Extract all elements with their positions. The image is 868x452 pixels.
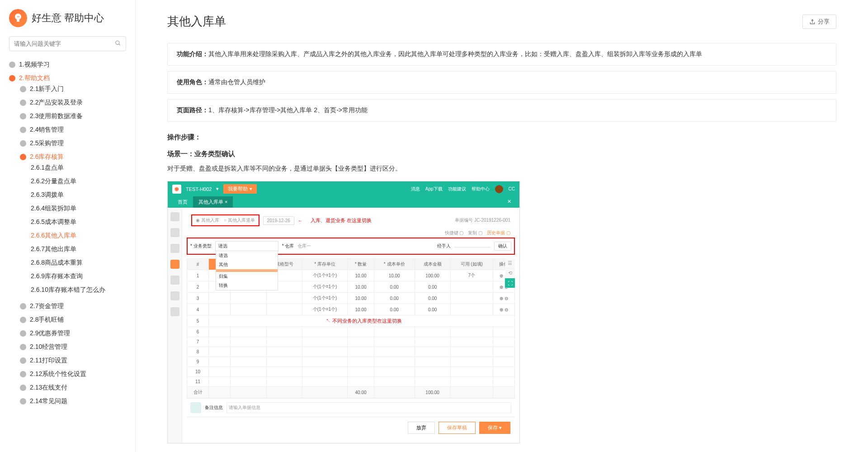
sidebar: 好生意 帮助中心 1.视频学习 2.帮助文档 2.1新手入门 2.2产品安装及登… [0, 0, 136, 452]
nav-item-video[interactable]: 1.视频学习 [9, 61, 126, 69]
ss-label: * 仓库 [282, 243, 294, 249]
nav-label: 2.7资金管理 [30, 302, 64, 310]
nav-item-2-6-3[interactable]: 2.6.3调拨单 [31, 188, 126, 202]
share-icon [809, 19, 816, 25]
nav-item-2-4[interactable]: 2.4销售管理 [20, 126, 126, 134]
plus-icon [20, 330, 26, 337]
plus-icon [20, 86, 26, 92]
plus-icon [20, 127, 26, 133]
plus-icon [20, 317, 26, 323]
ss-test-label: TEST-H002 [186, 186, 212, 192]
nav-item-2-12[interactable]: 2.12系统个性化设置 [20, 370, 126, 378]
plus-icon [20, 344, 26, 350]
ss-th: 数量 [358, 262, 367, 266]
nav-item-2-6-5[interactable]: 2.6.5成本调整单 [31, 215, 126, 229]
ss-date-field: 2019-12-26 [263, 216, 294, 225]
nav-item-2-2[interactable]: 2.2产品安装及登录 [20, 99, 126, 107]
page-header: 其他入库单 分享 [167, 14, 836, 29]
ss-tool-icon: ⟲ [505, 268, 515, 278]
page-title: 其他入库单 [167, 14, 226, 29]
nav-item-2-13[interactable]: 2.13在线支付 [20, 384, 126, 392]
nav-item-2-10[interactable]: 2.10经营管理 [20, 343, 126, 351]
ss-close-icon: ✕ [504, 196, 515, 208]
ss-save-button: 保存 ▾ [479, 422, 510, 434]
minus-icon [9, 75, 15, 81]
minus-icon [20, 154, 26, 160]
nav-label: 2.5采购管理 [30, 139, 64, 147]
content-section: 操作步骤： 场景一：业务类型确认 对于受赠、盘盈或是拆装入库等不同的业务，是通过… [167, 133, 836, 452]
role-label: 使用角色： [177, 78, 208, 86]
nav-label: 2.13在线支付 [30, 384, 67, 392]
nav-item-2-9[interactable]: 2.9优惠券管理 [20, 329, 126, 338]
ss-buttons: 放弃 保存草稿 保存 ▾ [187, 417, 515, 438]
ss-table-row: 7 [187, 337, 515, 347]
nav-item-help-docs[interactable]: 2.帮助文档 [9, 74, 126, 82]
ss-table-row: 9 [187, 357, 515, 367]
ss-logo-icon: ◉ [172, 185, 181, 194]
ss-tabs: 首页 其他入库单 × ✕ [168, 196, 519, 208]
nav-label: 2.3使用前数据准备 [30, 112, 83, 120]
nav-item-2-11[interactable]: 2.11打印设置 [20, 357, 126, 365]
ss-help-button: 我要帮助 ▾ [223, 184, 256, 194]
ss-side-icon [170, 244, 179, 253]
nav-item-2-8[interactable]: 2.8手机旺铺 [20, 316, 126, 324]
ss-table-row: 8 [187, 347, 515, 357]
share-button[interactable]: 分享 [802, 14, 836, 29]
ss-side-icon [170, 260, 179, 269]
search-icon[interactable] [115, 40, 121, 48]
logo-section: 好生意 帮助中心 [0, 9, 135, 36]
ss-dropdown-item: 归集 [216, 272, 278, 281]
ss-side-icon [170, 276, 179, 285]
nav-label: 2.8手机旺铺 [30, 316, 64, 324]
ss-radio-label: 其他入库 [201, 218, 219, 223]
ss-side-icon [170, 307, 179, 316]
ss-th: 成本金额 [415, 259, 450, 270]
nav-label: 2.12系统个性化设置 [30, 370, 86, 378]
nav-label: 2.帮助文档 [19, 74, 50, 82]
ss-confirm-button: 确认 [494, 242, 511, 251]
ss-th: 成本单价 [387, 262, 405, 266]
nav-label: 2.14常见问题 [30, 397, 67, 405]
nav-item-2-6-8[interactable]: 2.6.8商品成本重算 [31, 256, 126, 270]
ss-link: 消息 [411, 186, 420, 192]
ss-side-tools: ☰ ⟲ ⛶ [505, 258, 515, 288]
ss-side-icon [170, 212, 179, 221]
nav-item-2-7[interactable]: 2.7资金管理 [20, 302, 126, 310]
ss-draft-button: 保存草稿 [439, 422, 476, 434]
intro-label: 功能介绍： [177, 50, 208, 57]
site-title: 好生意 帮助中心 [32, 11, 104, 25]
nav-item-2-1[interactable]: 2.1新手入门 [20, 85, 126, 93]
nav-item-2-5[interactable]: 2.5采购管理 [20, 139, 126, 147]
nav-item-2-6-4[interactable]: 2.6.4组装拆卸单 [31, 202, 126, 215]
ss-dropdown-list: 请选 其他 归集 转换 [216, 251, 278, 290]
ss-table-row: 3个(1个=1个)10.000.000.00⊕ ⊖ [187, 293, 515, 304]
nav-item-2-6[interactable]: 2.6库存核算 [20, 153, 126, 161]
plus-icon [20, 140, 26, 147]
nav-label: 2.1新手入门 [30, 85, 64, 93]
nav-item-2-14[interactable]: 2.14常见问题 [20, 397, 126, 405]
ss-link: 功能建议 [448, 186, 466, 192]
ss-value: JC-20191226-001 [474, 218, 510, 223]
nav-item-2-6-1[interactable]: 2.6.1盘点单 [31, 161, 126, 175]
nav-item-2-3[interactable]: 2.3使用前数据准备 [20, 112, 126, 120]
nav-item-2-6-6[interactable]: 2.6.6其他入库单 [31, 229, 126, 243]
plus-icon [20, 357, 26, 364]
nav-item-2-6-9[interactable]: 2.6.9库存账本查询 [31, 270, 126, 283]
ss-table-row-sum: 合计40.00100.00 [187, 387, 515, 398]
role-text: 通常由仓管人员维护 [208, 78, 265, 86]
plus-icon [20, 113, 26, 119]
nav-label: 2.2产品安装及登录 [30, 99, 83, 107]
ss-link: 快捷键 ▢ [445, 230, 464, 236]
ss-header: ◉ TEST-H002 ▾ 我要帮助 ▾ 消息 App下载 功能建议 帮助中心 … [168, 181, 519, 196]
search-box[interactable] [9, 36, 126, 51]
ss-link: CC [509, 186, 515, 191]
nav-item-2-6-7[interactable]: 2.6.7其他出库单 [31, 243, 126, 256]
plus-icon [20, 303, 26, 309]
ss-remark-row: 备注信息 请输入单据信息 [187, 398, 515, 417]
plus-icon [20, 398, 26, 404]
nav-label: 1.视频学习 [19, 61, 50, 69]
nav-item-2-6-2[interactable]: 2.6.2分量盘点单 [31, 175, 126, 188]
search-input[interactable] [9, 37, 126, 51]
nav-item-2-6-10[interactable]: 2.6.10库存账本错了怎么办 [31, 283, 126, 297]
nav-label: 2.4销售管理 [30, 126, 64, 134]
